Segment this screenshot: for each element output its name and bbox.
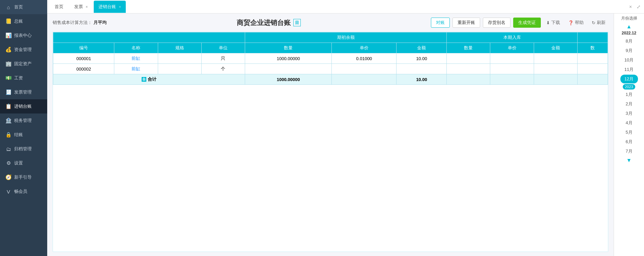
sidebar-label-closing: 结账: [14, 132, 23, 138]
total-label-cell: 合 合计: [53, 74, 245, 85]
sidebar-item-closing[interactable]: 🔒结账: [0, 128, 47, 142]
th-unit: 单位: [201, 43, 245, 53]
month-item-2023-7月[interactable]: 7月: [620, 147, 638, 156]
month-scroll-down-button[interactable]: ▼: [625, 156, 633, 164]
table-wrap: 期初余额 本期入库 编号 名称 规格 单位 数量 单价 金额 数量: [53, 32, 608, 252]
cell-name: 前缸: [114, 64, 158, 74]
th-code: 编号: [53, 43, 114, 53]
cell-in-qty: [447, 53, 490, 64]
total-in-amount: [534, 74, 577, 85]
page: 销售成本计算方法： 月平均 商贸企业进销台账 目 对账 重新开账 存货别名 生成…: [47, 14, 614, 256]
title-icon-button[interactable]: 目: [293, 19, 301, 26]
refresh-icon: ↻: [592, 20, 595, 25]
table-header-sub: 编号 名称 规格 单位 数量 单价 金额 数量 单价 金额 数: [53, 43, 608, 53]
sidebar-icon-assets: 🏢: [5, 61, 11, 67]
month-item-2023-1月[interactable]: 1月: [620, 90, 638, 99]
main-area: 首页发票×进销台账× × ⤢ 销售成本计算方法： 月平均 商贸企业进销台账 目 …: [47, 0, 644, 256]
sidebar-icon-invoice_mgr: 🧾: [5, 89, 11, 95]
sidebar-item-assets[interactable]: 🏢固定资产: [0, 57, 47, 71]
help-label: 帮助: [575, 20, 584, 26]
tab-label-invoice: 发票: [74, 4, 83, 10]
sidebar-label-archive: 归档管理: [14, 146, 32, 152]
cell-opening-price: [332, 64, 397, 74]
tab-home[interactable]: 首页: [50, 1, 68, 13]
sidebar-item-home[interactable]: ⌂首页: [0, 0, 47, 14]
close-window-button[interactable]: ×: [628, 4, 633, 9]
cost-method-value: 月平均: [93, 20, 107, 25]
save-as-button[interactable]: 存货别名: [483, 18, 510, 28]
tab-close-purchase_sales[interactable]: ×: [119, 5, 121, 9]
maximize-window-button[interactable]: ⤢: [636, 4, 641, 9]
months-2022: 8月9月10月11月12月: [620, 37, 638, 84]
sidebar-icon-archive: 🗂: [5, 146, 11, 152]
th-opening-amount: 金额: [397, 43, 447, 53]
data-table: 期初余额 本期入库 编号 名称 规格 单位 数量 单价 金额 数量: [53, 32, 608, 85]
month-item-2023-4月[interactable]: 4月: [620, 119, 638, 127]
sidebar-icon-finance: 💰: [5, 47, 11, 53]
sidebar-item-reports[interactable]: 📊报表中心: [0, 28, 47, 43]
sidebar-item-ledger[interactable]: 📒总账: [0, 14, 47, 28]
month-scroll-up-button[interactable]: ▲: [625, 23, 633, 31]
cell-in-qty: [447, 64, 490, 74]
month-item-2023-6月[interactable]: 6月: [620, 137, 638, 146]
help-icon: ❓: [568, 20, 574, 25]
sidebar-item-archive[interactable]: 🗂归档管理: [0, 142, 47, 156]
total-label-text: 合计: [148, 76, 156, 82]
sidebar-item-wages[interactable]: 💵工资: [0, 71, 47, 85]
cell-name: 前缸: [114, 53, 158, 64]
tab-label-home: 首页: [55, 4, 63, 10]
sidebar-item-purchase_sales[interactable]: 📋进销台账: [0, 99, 47, 113]
generate-voucher-button[interactable]: 生成凭证: [513, 18, 541, 28]
reconcile-button[interactable]: 对账: [431, 18, 450, 28]
month-item-2023-3月[interactable]: 3月: [620, 109, 638, 118]
month-item-2023-5月[interactable]: 5月: [620, 128, 638, 137]
sidebar-item-invoice_mgr[interactable]: 🧾发票管理: [0, 85, 47, 99]
cell-extra: [577, 64, 608, 74]
th-extra-col: 数: [577, 43, 608, 53]
tab-invoice[interactable]: 发票×: [69, 1, 92, 13]
tab-close-invoice[interactable]: ×: [86, 5, 88, 9]
cell-spec: [158, 53, 201, 64]
sidebar-item-finance[interactable]: 💰资金管理: [0, 43, 47, 57]
refresh-button[interactable]: ↻ 刷新: [589, 18, 608, 27]
th-opening: 期初余额: [245, 32, 446, 43]
cell-extra: [577, 53, 608, 64]
th-spec: 规格: [158, 43, 201, 53]
month-item-2022-10月[interactable]: 10月: [620, 56, 638, 65]
month-item-2022-11月[interactable]: 11月: [620, 65, 638, 74]
cell-in-price: [490, 64, 534, 74]
page-title: 商贸企业进销台账 目: [237, 18, 301, 27]
th-in-amount: 金额: [534, 43, 577, 53]
sidebar-label-assets: 固定资产: [14, 61, 32, 67]
tab-label-purchase_sales: 进销台账: [98, 4, 116, 10]
total-opening-price: [332, 74, 397, 85]
refresh-label: 刷新: [597, 20, 606, 26]
sidebar-item-vip[interactable]: V畅会员: [0, 184, 47, 199]
month-item-2022-8月[interactable]: 8月: [620, 37, 638, 46]
sidebar-item-guide[interactable]: 🧭新手引导: [0, 170, 47, 184]
download-icon: ⬇: [546, 20, 550, 25]
reopen-button[interactable]: 重新开账: [452, 18, 480, 28]
month-item-2023-2月[interactable]: 2月: [620, 100, 638, 108]
top-bar: 销售成本计算方法： 月平均 商贸企业进销台账 目 对账 重新开账 存货别名 生成…: [53, 18, 608, 28]
th-in-qty: 数量: [447, 43, 490, 53]
download-button[interactable]: ⬇ 下载: [544, 18, 563, 27]
sidebar: ⌂首页📒总账📊报表中心💰资金管理🏢固定资产💵工资🧾发票管理📋进销台账🏦税务管理🔒…: [0, 0, 47, 256]
sidebar-item-settings[interactable]: ⚙设置: [0, 156, 47, 170]
sidebar-icon-vip: V: [5, 189, 11, 195]
sidebar-label-settings: 设置: [14, 160, 23, 166]
sidebar-label-tax: 税务管理: [14, 118, 32, 124]
total-extra: [577, 74, 608, 85]
sidebar-icon-reports: 📊: [5, 32, 11, 39]
cell-in-amount: [534, 53, 577, 64]
tab-purchase_sales[interactable]: 进销台账×: [94, 1, 125, 13]
total-in-price: [490, 74, 534, 85]
tab-bar: 首页发票×进销台账× × ⤢: [47, 0, 644, 14]
total-opening-qty: 1000.00000: [245, 74, 331, 85]
sidebar-item-tax[interactable]: 🏦税务管理: [0, 113, 47, 128]
sidebar-label-ledger: 总账: [14, 18, 23, 24]
month-item-2022-12月[interactable]: 12月: [620, 75, 638, 83]
month-item-2022-9月[interactable]: 9月: [620, 46, 638, 55]
help-button[interactable]: ❓ 帮助: [565, 18, 586, 27]
sidebar-icon-purchase_sales: 📋: [5, 103, 11, 109]
